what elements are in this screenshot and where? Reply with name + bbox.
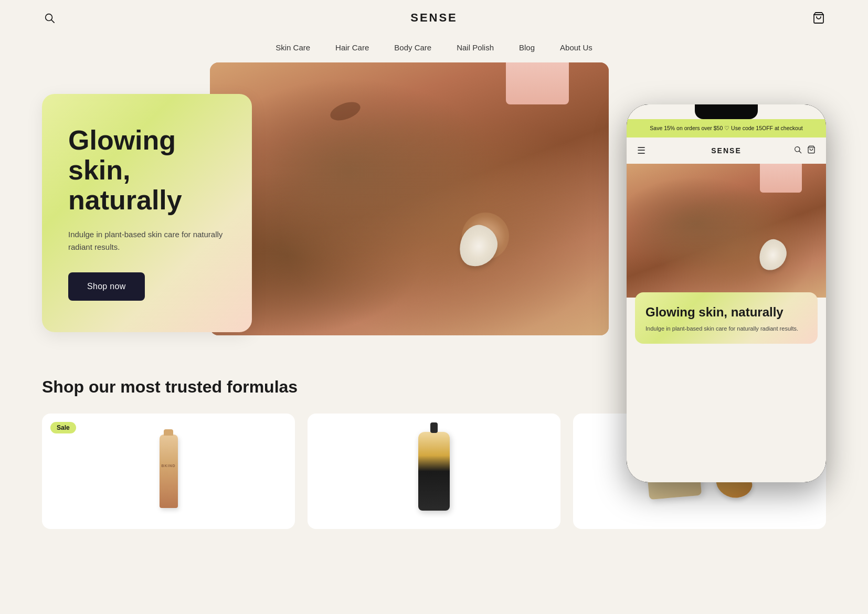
nav-item-nail-polish[interactable]: Nail Polish <box>457 43 494 52</box>
product-card-1[interactable]: Sale BKIND <box>42 414 295 529</box>
shop-now-button[interactable]: Shop now <box>68 272 145 301</box>
main-nav: Skin Care Hair Care Body Care Nail Polis… <box>0 36 868 62</box>
hero-background-image <box>210 62 609 335</box>
phone-hero-card: Glowing skin, naturally Indulge in plant… <box>635 292 818 344</box>
phone-brand-logo[interactable]: SENSE <box>711 146 741 155</box>
phone-cart-icon[interactable] <box>807 145 816 156</box>
phone-mockup: Save 15% on orders over $50 ♡ Use code 1… <box>627 104 826 482</box>
phone-search-icon[interactable] <box>793 145 802 156</box>
phone-menu-icon[interactable]: ☰ <box>637 145 645 156</box>
phone-notch <box>695 104 758 119</box>
brand-logo[interactable]: SENSE <box>410 11 458 25</box>
nav-item-skin-care[interactable]: Skin Care <box>276 43 310 52</box>
svg-line-1 <box>51 20 54 23</box>
product-bottle-item <box>418 432 450 511</box>
phone-towel-decoration <box>760 164 802 193</box>
hero-text-card: Glowing skin, naturally Indulge in plant… <box>42 94 252 332</box>
sale-badge: Sale <box>50 422 76 433</box>
phone-header: ☰ SENSE <box>627 137 826 164</box>
nav-item-hair-care[interactable]: Hair Care <box>335 43 369 52</box>
product-card-2[interactable] <box>308 414 560 529</box>
phone-screen: Save 15% on orders over $50 ♡ Use code 1… <box>627 104 826 482</box>
product-tube-item: BKIND <box>160 435 178 508</box>
hero-title: Glowing skin, naturally <box>68 125 226 216</box>
phone-hero-subtitle: Indulge in plant-based skin care for nat… <box>645 324 807 333</box>
phone-header-icons <box>793 145 816 156</box>
cart-icon[interactable] <box>811 10 826 25</box>
hero-subtitle: Indulge in plant-based skin care for nat… <box>68 228 226 253</box>
phone-announcement-bar: Save 15% on orders over $50 ♡ Use code 1… <box>627 119 826 137</box>
towel-decoration <box>506 62 569 104</box>
nav-item-about-us[interactable]: About Us <box>560 43 592 52</box>
phone-hero-title: Glowing skin, naturally <box>645 305 807 320</box>
phone-hero-image <box>627 164 826 298</box>
hero-section: Glowing skin, naturally Indulge in plant… <box>0 62 868 335</box>
svg-line-4 <box>799 151 801 153</box>
product-brand-label: BKIND <box>161 464 175 468</box>
nav-item-blog[interactable]: Blog <box>519 43 535 52</box>
site-header: SENSE <box>0 0 868 36</box>
search-icon[interactable] <box>42 10 57 25</box>
nav-item-body-care[interactable]: Body Care <box>394 43 431 52</box>
